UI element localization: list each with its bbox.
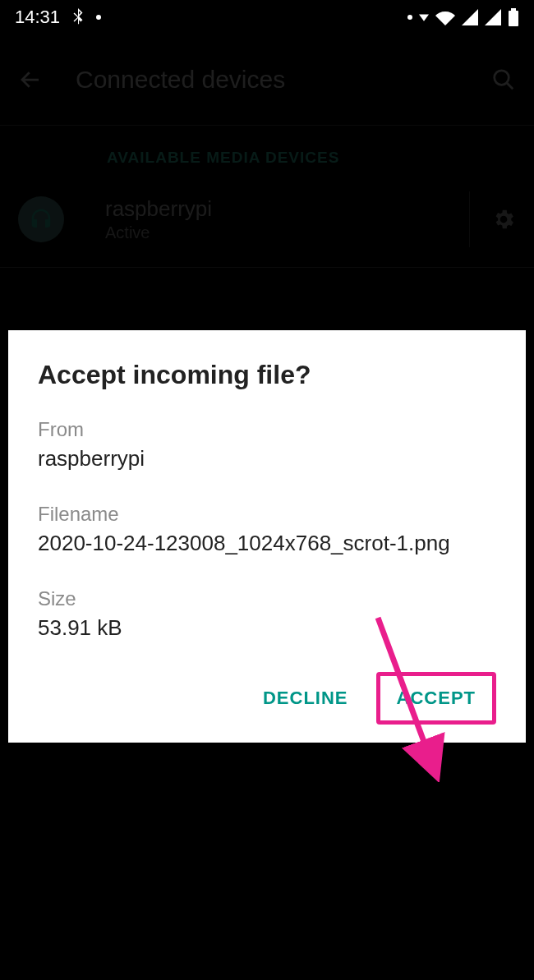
divider [469,191,470,247]
incoming-file-dialog: Accept incoming file? From raspberrypi F… [8,330,526,743]
status-dot-icon [96,15,101,20]
from-label: From [38,418,496,441]
svg-rect-1 [511,8,516,11]
svg-point-2 [495,71,509,85]
back-icon[interactable] [18,67,43,92]
page-title: Connected devices [76,66,491,94]
signal-icon [462,9,478,25]
signal-icon [485,9,501,25]
filename-label: Filename [38,503,496,526]
divider [0,267,534,268]
section-header: AVAILABLE MEDIA DEVICES [0,126,534,182]
device-name: raspberrypi [105,196,448,222]
wifi-icon [435,9,455,25]
filename-value: 2020-10-24-123008_1024x768_scrot-1.png [38,529,496,558]
device-status: Active [105,223,448,242]
from-value: raspberrypi [38,444,496,473]
status-time: 14:31 [15,7,60,28]
decline-button[interactable]: DECLINE [246,672,365,725]
size-label: Size [38,587,496,610]
accept-highlight: ACCEPT [376,672,496,725]
bluetooth-icon [71,8,85,26]
dialog-title: Accept incoming file? [38,360,496,390]
battery-icon [508,8,519,26]
app-bar: Connected devices [0,35,534,125]
gear-icon[interactable] [491,207,516,232]
status-dot-icon [407,15,412,20]
accept-button[interactable]: ACCEPT [380,676,492,720]
search-icon[interactable] [491,67,516,92]
device-row[interactable]: raspberrypi Active [0,182,534,267]
size-value: 53.91 kB [38,614,496,642]
status-bar: 14:31 [0,0,534,35]
svg-rect-0 [509,11,518,26]
headset-icon [18,196,64,242]
dropdown-icon [419,12,429,22]
